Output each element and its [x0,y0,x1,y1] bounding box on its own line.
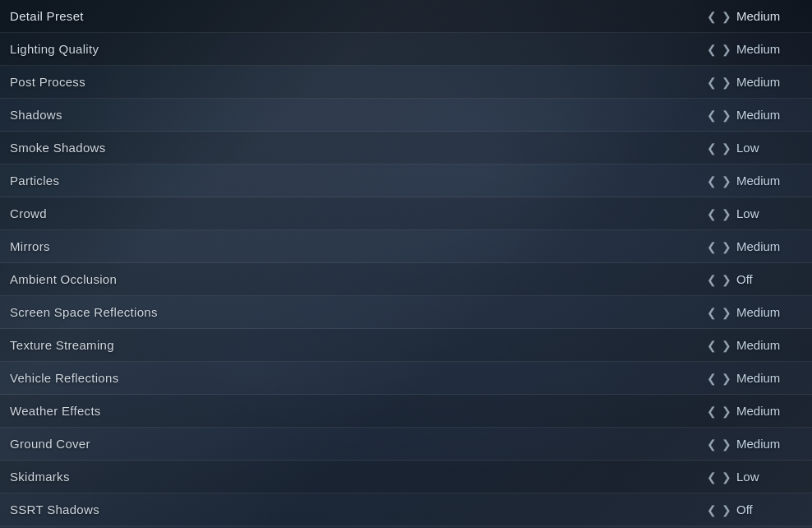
setting-label: Particles [10,174,59,188]
header-row: Detail Preset ❮ ❯ Medium [0,0,812,33]
header-label: Detail Preset [10,9,84,23]
settings-container: Detail Preset ❮ ❯ Medium Lighting Qualit… [0,0,812,526]
chevron-left-icon[interactable]: ❮ [707,207,717,220]
chevron-left-icon[interactable]: ❮ [707,438,717,451]
chevron-right-icon[interactable]: ❯ [722,240,731,253]
chevron-right-icon[interactable]: ❯ [722,470,731,484]
setting-control: ❮❯Medium [707,108,802,122]
chevron-left-icon[interactable]: ❮ [707,405,717,418]
rows-container: Lighting Quality❮❯MediumPost Process❮❯Me… [0,33,812,526]
setting-row: Crowd❮❯Low [0,197,812,230]
setting-label: Weather Effects [10,404,101,418]
header-chevron-left[interactable]: ❮ [707,10,717,23]
setting-row: Lighting Quality❮❯Medium [0,33,812,66]
setting-control: ❮❯Off [707,272,802,286]
setting-control: ❮❯Medium [707,42,802,56]
setting-control: ❮❯Medium [707,371,802,385]
setting-control: ❮❯Low [707,206,802,220]
chevron-left-icon[interactable]: ❮ [707,240,717,253]
setting-label: Texture Streaming [10,338,114,352]
setting-value: Medium [736,174,802,188]
chevron-right-icon[interactable]: ❯ [722,273,731,286]
chevron-left-icon[interactable]: ❮ [707,470,717,484]
chevron-left-icon[interactable]: ❮ [707,503,717,516]
chevron-right-icon[interactable]: ❯ [722,372,731,385]
setting-control: ❮❯Low [707,470,802,484]
chevron-left-icon[interactable]: ❮ [707,372,717,385]
chevron-left-icon[interactable]: ❮ [707,273,717,286]
setting-row: Ground Cover❮❯Medium [0,428,812,461]
setting-value: Low [736,206,802,220]
chevron-left-icon[interactable]: ❮ [707,174,717,188]
setting-control: ❮❯Medium [707,239,802,253]
header-value: Medium [736,9,802,23]
setting-value: Off [736,503,802,516]
setting-control: ❮❯Medium [707,305,802,319]
setting-control: ❮❯Medium [707,404,802,418]
setting-row: Particles❮❯Medium [0,164,812,197]
chevron-left-icon[interactable]: ❮ [707,306,717,319]
setting-value: Low [736,141,802,155]
chevron-right-icon[interactable]: ❯ [722,438,731,451]
setting-label: Shadows [10,108,62,122]
chevron-left-icon[interactable]: ❮ [707,109,717,122]
header-chevron-right[interactable]: ❯ [722,10,731,23]
setting-value: Medium [736,371,802,385]
setting-row: Skidmarks❮❯Low [0,461,812,493]
setting-value: Off [736,272,802,286]
setting-label: Post Process [10,75,85,89]
chevron-left-icon[interactable]: ❮ [707,339,717,352]
chevron-left-icon[interactable]: ❮ [707,43,717,56]
chevron-right-icon[interactable]: ❯ [722,109,731,122]
setting-row: Weather Effects❮❯Medium [0,395,812,428]
setting-label: Screen Space Reflections [10,305,158,319]
setting-label: Ambient Occlusion [10,272,117,286]
setting-row: Smoke Shadows❮❯Low [0,132,812,164]
setting-row: Ambient Occlusion❮❯Off [0,263,812,296]
setting-control: ❮❯Medium [707,437,802,451]
setting-row: SSRT Shadows❮❯Off [0,493,812,526]
setting-row: Mirrors❮❯Medium [0,230,812,263]
chevron-right-icon[interactable]: ❯ [722,339,731,352]
setting-row: Texture Streaming❮❯Medium [0,329,812,362]
setting-label: Crowd [10,206,47,220]
chevron-right-icon[interactable]: ❯ [722,207,731,220]
setting-control: ❮❯Medium [707,338,802,352]
setting-row: Screen Space Reflections❮❯Medium [0,296,812,329]
setting-label: SSRT Shadows [10,503,99,516]
setting-value: Medium [736,305,802,319]
setting-label: Ground Cover [10,437,90,451]
header-control: ❮ ❯ Medium [707,9,802,23]
chevron-left-icon[interactable]: ❮ [707,141,717,155]
setting-value: Low [736,470,802,484]
setting-control: ❮❯Medium [707,174,802,188]
chevron-right-icon[interactable]: ❯ [722,405,731,418]
setting-value: Medium [736,75,802,89]
setting-label: Smoke Shadows [10,141,105,155]
setting-row: Vehicle Reflections❮❯Medium [0,362,812,395]
chevron-left-icon[interactable]: ❮ [707,76,717,89]
setting-value: Medium [736,42,802,56]
setting-label: Mirrors [10,239,50,253]
chevron-right-icon[interactable]: ❯ [722,141,731,155]
setting-control: ❮❯Off [707,503,802,516]
setting-value: Medium [736,239,802,253]
setting-control: ❮❯Medium [707,75,802,89]
setting-label: Vehicle Reflections [10,371,118,385]
chevron-right-icon[interactable]: ❯ [722,174,731,188]
setting-row: Shadows❮❯Medium [0,99,812,132]
setting-label: Lighting Quality [10,42,99,56]
chevron-right-icon[interactable]: ❯ [722,306,731,319]
setting-control: ❮❯Low [707,141,802,155]
setting-value: Medium [736,437,802,451]
chevron-right-icon[interactable]: ❯ [722,503,731,516]
chevron-right-icon[interactable]: ❯ [722,43,731,56]
setting-value: Medium [736,108,802,122]
setting-value: Medium [736,338,802,352]
setting-label: Skidmarks [10,470,70,484]
chevron-right-icon[interactable]: ❯ [722,76,731,89]
setting-row: Post Process❮❯Medium [0,66,812,99]
setting-value: Medium [736,404,802,418]
